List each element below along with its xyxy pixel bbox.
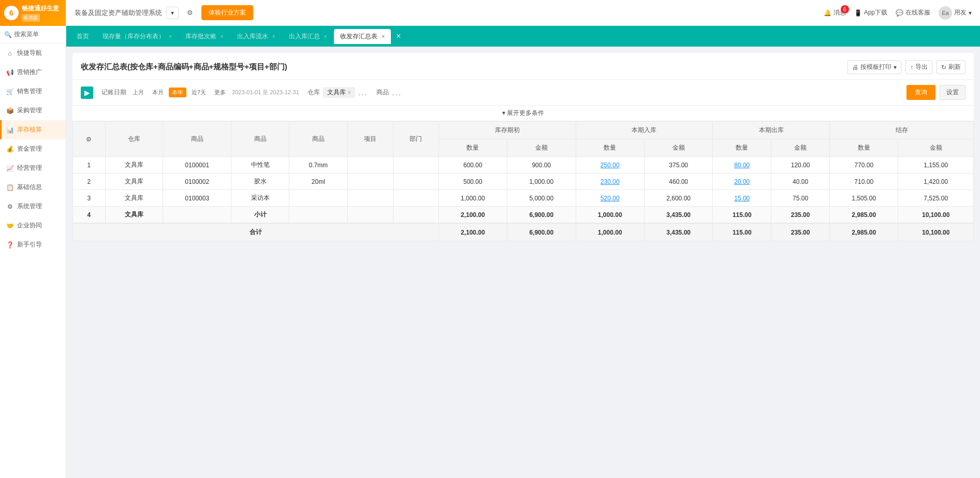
- export-icon: ↑: [910, 64, 913, 71]
- date-btn-last-month[interactable]: 上月: [129, 88, 147, 97]
- tab-close-batch-account[interactable]: ×: [221, 34, 224, 39]
- tab-recv-send[interactable]: 收发存汇总表 ×: [334, 29, 391, 44]
- col-product-spec-header: 商品: [289, 122, 347, 157]
- page-title: 收发存汇总表(按仓库+商品编码+商品+规格型号+项目+部门): [81, 62, 287, 72]
- table-settings-cell[interactable]: ⚙: [73, 122, 106, 157]
- sidebar-item-inventory[interactable]: 📊 库存核算: [0, 120, 66, 139]
- user-label: 用友: [954, 8, 967, 17]
- content-area: 收发存汇总表(按仓库+商品编码+商品+规格型号+项目+部门) 🖨 按模板打印 ▾…: [66, 47, 980, 478]
- col-warehouse-header: 仓库: [105, 122, 163, 157]
- page-card: 收发存汇总表(按仓库+商品编码+商品+规格型号+项目+部门) 🖨 按模板打印 ▾…: [72, 53, 974, 241]
- try-industry-button[interactable]: 体验行业方案: [201, 5, 253, 20]
- row-num: 2: [73, 173, 106, 190]
- row-out-amt: 75.00: [771, 190, 830, 207]
- row-num: 4: [73, 207, 106, 224]
- row-out-qty[interactable]: 80.00: [713, 157, 771, 173]
- notification-badge: 6: [841, 5, 849, 13]
- date-btn-this-month[interactable]: 本月: [149, 88, 167, 97]
- phone-icon: 📱: [854, 9, 862, 17]
- footer-in-qty: 1,000.00: [576, 223, 644, 241]
- sidebar-item-capital[interactable]: 💰 资金管理: [0, 139, 66, 158]
- tab-close-inventory-dist[interactable]: ×: [169, 34, 172, 39]
- col-closing-header: 结存: [830, 122, 974, 139]
- settings-filter-button[interactable]: 设置: [940, 85, 966, 100]
- logo-text: 畅捷通好生意 标准版: [22, 4, 59, 22]
- col-opening-qty-header: 数量: [438, 139, 507, 157]
- system-selector[interactable]: ▾: [166, 7, 179, 19]
- sidebar: 6 畅捷通好生意 标准版 🔍 搜索菜单 ⌂ 快捷导航 📢 营销推广 🛒 销售管理…: [0, 0, 66, 478]
- expand-row: ▾ 展开更多条件: [72, 106, 974, 121]
- system-icon: ⚙: [6, 202, 14, 211]
- row-department: [393, 157, 438, 173]
- notification-item[interactable]: 🔔 6 消息: [824, 8, 846, 17]
- col-out-header: 本期出库: [713, 122, 830, 139]
- tab-close-summary[interactable]: ×: [324, 34, 327, 39]
- row-opening-qty: 600.00: [438, 157, 507, 173]
- basic-icon: 📋: [6, 183, 14, 192]
- sidebar-item-quick-nav[interactable]: ⌂ 快捷导航: [0, 44, 66, 63]
- sidebar-item-system[interactable]: ⚙ 系统管理: [0, 197, 66, 216]
- sidebar-item-guide[interactable]: ❓ 新手引导: [0, 235, 66, 254]
- query-button[interactable]: 查询: [906, 85, 935, 100]
- warehouse-tag-close[interactable]: ×: [348, 90, 351, 95]
- row-in-qty[interactable]: 230.00: [576, 173, 644, 190]
- row-product-code: [163, 207, 231, 224]
- user-item[interactable]: Ea 用友 ▾: [939, 6, 972, 20]
- sidebar-item-sales[interactable]: 🛒 销售管理: [0, 82, 66, 101]
- export-button[interactable]: ↑ 导出: [905, 60, 932, 74]
- print-button[interactable]: 🖨 按模板打印 ▾: [847, 60, 901, 74]
- online-service-item[interactable]: 💬 在线客服: [896, 8, 930, 17]
- row-warehouse: 文具库: [105, 157, 163, 173]
- tab-batch-account[interactable]: 库存批次账 ×: [179, 29, 230, 44]
- row-project: [347, 173, 393, 190]
- tab-bar-close[interactable]: ×: [392, 32, 405, 41]
- date-btn-more[interactable]: 更多: [211, 88, 229, 97]
- row-out-qty[interactable]: 15.00: [713, 190, 771, 207]
- row-product-spec: 0.7mm: [289, 157, 347, 173]
- warehouse-label: 仓库: [308, 88, 320, 97]
- sidebar-item-cooperation[interactable]: 🤝 企业协同: [0, 216, 66, 235]
- sidebar-item-basic[interactable]: 📋 基础信息: [0, 178, 66, 197]
- refresh-icon: ↻: [941, 64, 946, 71]
- date-btn-this-year[interactable]: 本年: [169, 88, 186, 97]
- product-dots[interactable]: ...: [392, 88, 402, 97]
- sidebar-item-operation[interactable]: 📈 经营管理: [0, 158, 66, 178]
- row-out-amt: 120.00: [771, 157, 830, 173]
- expand-button[interactable]: ▾ 展开更多条件: [502, 109, 544, 118]
- search-menu-btn[interactable]: 🔍 搜索菜单: [0, 26, 66, 44]
- warehouse-dots[interactable]: ...: [358, 88, 368, 97]
- data-table: ⚙ 仓库 商品 商品 商品 项目 部门 库存期初 本期入库 本期出库 结存: [72, 121, 974, 241]
- sidebar-item-marketing[interactable]: 📢 营销推广: [0, 63, 66, 82]
- row-opening-qty: 1,000.00: [438, 190, 507, 207]
- col-closing-amt-header: 金额: [898, 139, 974, 157]
- app-download-item[interactable]: 📱 App下载: [854, 8, 887, 17]
- row-in-qty[interactable]: 250.00: [576, 157, 644, 173]
- row-project: [347, 157, 393, 173]
- tab-flow[interactable]: 出入库流水 ×: [231, 29, 282, 44]
- tab-close-recv-send[interactable]: ×: [382, 34, 385, 39]
- settings-button[interactable]: ⚙: [183, 7, 197, 19]
- top-header: 装备及固定资产辅助管理系统 ▾ ⚙ 体验行业方案 🔔 6 消息 📱 App下载 …: [66, 0, 980, 26]
- data-table-container: ⚙ 仓库 商品 商品 商品 项目 部门 库存期初 本期入库 本期出库 结存: [72, 121, 974, 241]
- tab-close-flow[interactable]: ×: [272, 34, 275, 39]
- table-footer-row: 合计 2,100.00 6,900.00 1,000.00 3,435.00 1…: [73, 223, 974, 241]
- col-opening-header: 库存期初: [438, 122, 576, 139]
- refresh-button[interactable]: ↻ 刷新: [937, 60, 966, 74]
- filter-toggle[interactable]: ▶: [81, 86, 93, 99]
- tab-inventory-dist[interactable]: 现存量（库存分布表） ×: [96, 29, 178, 44]
- date-btn-7days[interactable]: 近7天: [188, 88, 209, 97]
- sidebar-item-purchase[interactable]: 📦 采购管理: [0, 101, 66, 120]
- cooperation-icon: 🤝: [6, 222, 14, 230]
- tab-home[interactable]: 首页: [70, 29, 95, 44]
- footer-closing-qty: 2,985.00: [830, 223, 898, 241]
- avatar: Ea: [939, 6, 952, 20]
- row-out-qty[interactable]: 20.00: [713, 173, 771, 190]
- date-filter-group: 记账日期 上月 本月 本年 近7天 更多 2023-01-01 至 2023-1…: [101, 88, 299, 97]
- row-product-code: 0100003: [163, 190, 231, 207]
- row-department: [393, 207, 438, 224]
- filter-row: ▶ 记账日期 上月 本月 本年 近7天 更多 2023-01-01 至 2023…: [72, 80, 974, 106]
- row-opening-amt: 5,000.00: [507, 190, 576, 207]
- main-area: 装备及固定资产辅助管理系统 ▾ ⚙ 体验行业方案 🔔 6 消息 📱 App下载 …: [66, 0, 980, 478]
- tab-summary[interactable]: 出入库汇总 ×: [283, 29, 333, 44]
- row-in-qty[interactable]: 520.00: [576, 190, 644, 207]
